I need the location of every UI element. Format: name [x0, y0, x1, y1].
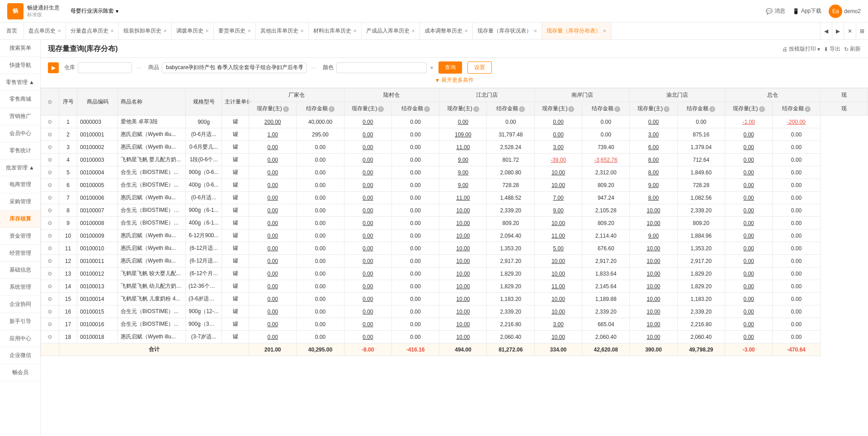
row-w2-qty-6[interactable]: 11.00 — [439, 192, 487, 204]
row-w1-qty-6[interactable]: 0.00 — [344, 192, 392, 204]
row-w4-qty-1[interactable]: 3.00 — [630, 128, 677, 141]
row-w2-qty-8[interactable]: 10.00 — [439, 217, 487, 230]
row-w5-qty-7[interactable]: 0.00 — [725, 204, 772, 217]
row-w0-qty-1[interactable]: 1.00 — [249, 128, 297, 141]
row-w4-qty-2[interactable]: 6.00 — [630, 141, 677, 154]
row-w4-qty-13[interactable]: 10.00 — [630, 280, 677, 293]
tab-prev-btn[interactable]: ◀ — [820, 23, 832, 40]
row-w2-qty-15[interactable]: 10.00 — [439, 305, 487, 318]
row-w5-qty-13[interactable]: 0.00 — [725, 280, 772, 293]
row-w0-qty-12[interactable]: 0.00 — [249, 267, 297, 280]
app-download-btn[interactable]: 📱 App下载 — [793, 7, 821, 15]
tab-close-1[interactable]: ✕ — [57, 28, 61, 33]
row-w3-qty-4[interactable]: 10.00 — [534, 166, 582, 179]
goods-input[interactable] — [162, 62, 307, 73]
row-w3-qty-7[interactable]: 9.00 — [534, 204, 582, 217]
row-w3-qty-17[interactable]: 10.00 — [534, 331, 582, 343]
row-gear-5[interactable]: ⚙ — [41, 179, 59, 192]
row-w0-qty-14[interactable]: 0.00 — [249, 293, 297, 305]
tab-close-2[interactable]: ✕ — [110, 28, 114, 33]
color-input[interactable] — [336, 62, 427, 73]
row-w3-qty-6[interactable]: 7.00 — [534, 192, 582, 204]
row-w0-qty-3[interactable]: 0.00 — [249, 154, 297, 166]
row-gear-12[interactable]: ⚙ — [41, 267, 59, 280]
tab-item-6[interactable]: 其他出库单历史 ✕ — [256, 23, 309, 39]
row-w5-qty-8[interactable]: 0.00 — [725, 217, 772, 230]
tab-expand-btn[interactable]: ⊞ — [856, 23, 868, 40]
sidebar-item-ecommerce[interactable]: 电商管理 — [0, 176, 40, 193]
tab-item-4[interactable]: 调拨单历史 ✕ — [172, 23, 214, 39]
sidebar-item-wholesale[interactable]: 批发管理 ▲ — [0, 159, 40, 177]
info-icon-w3[interactable]: i — [473, 106, 479, 112]
row-w0-qty-6[interactable]: 0.00 — [249, 192, 297, 204]
tab-close-9[interactable]: ✕ — [464, 28, 468, 33]
row-w1-qty-16[interactable]: 0.00 — [344, 318, 392, 331]
row-w1-qty-3[interactable]: 0.00 — [344, 154, 392, 166]
tab-close-8[interactable]: ✕ — [411, 28, 415, 33]
print-btn[interactable]: 🖨 按模版打印 ▾ — [782, 45, 820, 53]
row-w3-qty-14[interactable]: 10.00 — [534, 293, 582, 305]
row-w5-qty-10[interactable]: 0.00 — [725, 242, 772, 255]
warehouse-input[interactable] — [78, 62, 132, 73]
sidebar-item-basic-info[interactable]: 基础信息 — [0, 262, 40, 279]
row-w4-qty-0[interactable]: 0.00 — [630, 116, 677, 128]
row-w4-qty-5[interactable]: 9.00 — [630, 179, 677, 192]
info-icon-w2[interactable]: i — [378, 106, 384, 112]
tab-close-3[interactable]: ✕ — [163, 28, 167, 33]
row-w1-qty-0[interactable]: 0.00 — [344, 116, 392, 128]
sidebar-item-appcenter[interactable]: 应用中心 — [0, 330, 40, 347]
sidebar-item-retail-mgmt[interactable]: 零售管理 ▲ — [0, 74, 40, 91]
row-gear-3[interactable]: ⚙ — [41, 154, 59, 166]
tab-home[interactable]: 首页 — [0, 23, 24, 39]
row-w2-qty-17[interactable]: 10.00 — [439, 331, 487, 343]
tab-close-11[interactable]: ✕ — [603, 28, 606, 33]
row-w4-qty-16[interactable]: 10.00 — [630, 318, 677, 331]
refresh-btn[interactable]: ↻ 刷新 — [844, 45, 861, 53]
row-w2-qty-10[interactable]: 10.00 — [439, 242, 487, 255]
row-gear-15[interactable]: ⚙ — [41, 305, 59, 318]
row-gear-4[interactable]: ⚙ — [41, 166, 59, 179]
row-w0-qty-0[interactable]: 200.00 — [249, 116, 297, 128]
row-gear-8[interactable]: ⚙ — [41, 217, 59, 230]
tab-item-1[interactable]: 盘点单历史 ✕ — [24, 23, 66, 39]
export-btn[interactable]: ⬇ 导出 — [824, 45, 840, 53]
row-w0-qty-16[interactable]: 0.00 — [249, 318, 297, 331]
tab-item-10[interactable]: 现存量（库存状况表） ✕ — [473, 23, 542, 39]
row-w2-qty-0[interactable]: 0.00 — [439, 116, 487, 128]
row-w3-qty-1[interactable]: 0.00 — [534, 128, 582, 141]
tab-close-6[interactable]: ✕ — [300, 28, 304, 33]
row-gear-13[interactable]: ⚙ — [41, 280, 59, 293]
info-icon-w1[interactable]: i — [283, 106, 289, 112]
info-icon-w1a[interactable]: i — [329, 106, 335, 112]
row-gear-6[interactable]: ⚙ — [41, 192, 59, 204]
row-w0-qty-9[interactable]: 0.00 — [249, 230, 297, 242]
row-w4-qty-7[interactable]: 10.00 — [630, 204, 677, 217]
row-w5-qty-0[interactable]: -1.00 — [725, 116, 772, 128]
row-w0-qty-2[interactable]: 0.00 — [249, 141, 297, 154]
row-w1-qty-2[interactable]: 0.00 — [344, 141, 392, 154]
row-w4-qty-17[interactable]: 10.00 — [630, 331, 677, 343]
row-gear-7[interactable]: ⚙ — [41, 204, 59, 217]
sidebar-item-search[interactable]: 搜索英单 — [0, 40, 40, 57]
message-btn[interactable]: 💬 消息 — [766, 7, 785, 15]
row-w3-qty-0[interactable]: 0.00 — [534, 116, 582, 128]
row-w1-qty-15[interactable]: 0.00 — [344, 305, 392, 318]
row-w3-qty-12[interactable]: 10.00 — [534, 267, 582, 280]
tab-item-9[interactable]: 成本调整单历史 ✕ — [420, 23, 473, 39]
row-w1-qty-10[interactable]: 0.00 — [344, 242, 392, 255]
row-w5-qty-11[interactable]: 0.00 — [725, 255, 772, 267]
sidebar-item-retail-mall[interactable]: 零售商城 — [0, 91, 40, 108]
row-w3-qty-10[interactable]: 5.00 — [534, 242, 582, 255]
row-w2-qty-9[interactable]: 10.00 — [439, 230, 487, 242]
tab-close-10[interactable]: ✕ — [533, 28, 537, 33]
row-w2-qty-7[interactable]: 10.00 — [439, 204, 487, 217]
info-icon-w6a[interactable]: i — [805, 106, 811, 112]
info-icon-w4[interactable]: i — [568, 106, 574, 112]
row-w1-qty-9[interactable]: 0.00 — [344, 230, 392, 242]
sidebar-item-system[interactable]: 系统管理 — [0, 279, 40, 296]
row-w4-qty-14[interactable]: 10.00 — [630, 293, 677, 305]
tab-close-5[interactable]: ✕ — [247, 28, 251, 33]
sidebar-item-nav[interactable]: 快捷导航 — [0, 57, 40, 74]
row-w1-qty-17[interactable]: 0.00 — [344, 331, 392, 343]
tab-item-7[interactable]: 材料出库单历史 ✕ — [309, 23, 362, 39]
